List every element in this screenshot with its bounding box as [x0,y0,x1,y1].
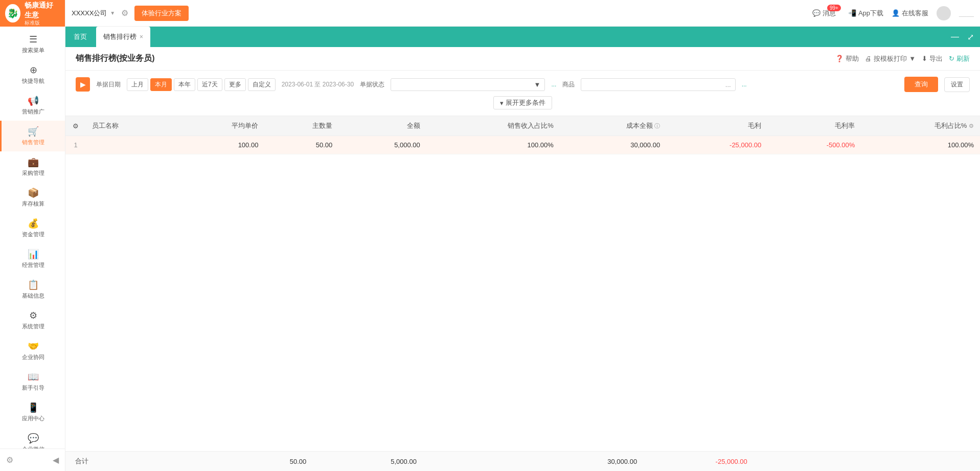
export-button[interactable]: ⬇ 导出 [922,54,943,63]
sidebar-item-basic[interactable]: 📋 基础信息 [0,274,65,305]
sidebar-item-system[interactable]: ⚙ 系统管理 [0,305,65,335]
th-cost: 成本全额 ⓘ [560,116,666,136]
message-icon: 💬 [812,9,821,17]
tab-maximize-icon[interactable]: ⤢ [965,30,976,44]
sidebar-item-marketing[interactable]: 📢 营销推广 [0,90,65,121]
refresh-button[interactable]: ↻ 刷新 [949,54,970,63]
user-name-area[interactable]: ____ [959,9,974,17]
purchase-icon: 💼 [28,156,39,168]
quick-nav-icon: ⊕ [30,64,37,76]
service-icon: 👤 [892,9,900,17]
table-container: ⚙ 员工名称 平均单价 主数量 全额 [65,116,980,451]
topbar: XXXXX公司 ▼ ⚙ 体验行业方案 💬 消息 99+ 📲 App下载 👤 在线… [65,0,980,27]
sidebar-item-search[interactable]: ☰ 搜索菜单 [0,29,65,59]
filter-expand-arrow[interactable]: ▶ [76,77,90,92]
cost-hint-icon[interactable]: ⓘ [654,123,660,129]
th-employee-name: 员工名称 [86,116,175,136]
sidebar-collapse-btn[interactable]: ◀ [51,453,61,467]
tabbar: 首页 销售排行榜 × — ⤢ [65,27,980,47]
td-rank: 1 [65,136,86,154]
online-service-label: 在线客服 [902,9,928,18]
td-qty: 50.00 [264,136,338,154]
sidebar-item-cooperation[interactable]: 🤝 企业协同 [0,335,65,366]
help-button[interactable]: ❓ 帮助 [835,54,859,63]
trial-industry-button[interactable]: 体验行业方案 [134,6,189,21]
message-badge: 99+ [827,5,841,11]
logo-sub: 标准版 [25,19,60,26]
sidebar-item-inventory[interactable]: 📦 库存核算 [0,182,65,213]
sidebar-item-purchase[interactable]: 💼 采购管理 [0,151,65,182]
user-name: ____ [959,9,974,17]
date-custom-btn[interactable]: 自定义 [248,78,276,91]
sales-icon: 🛒 [28,126,39,137]
td-sales-pct: 100.00% [426,136,560,154]
sidebar-item-appstore[interactable]: 📱 应用中心 [0,397,65,428]
topbar-settings-icon[interactable]: ⚙ [119,6,130,20]
sidebar-item-label: 快捷导航 [22,77,44,85]
date-current-month-btn[interactable]: 本月 [150,78,172,91]
goods-select-arrow: ... [725,81,731,88]
status-more-link[interactable]: ... [551,81,556,88]
company-selector[interactable]: XXXXX公司 ▼ [72,9,115,18]
sales-ranking-tab[interactable]: 销售排行榜 × [96,27,150,47]
user-avatar[interactable] [937,6,951,20]
tab-minimize-icon[interactable]: — [949,30,961,43]
td-name [86,136,175,154]
th-qty: 主数量 [264,116,338,136]
cooperation-icon: 🤝 [28,341,39,352]
table-body: 1 100.00 50.00 5,000.00 100.00% 30,000.0… [65,136,980,154]
query-button[interactable]: 查询 [904,77,938,92]
home-tab[interactable]: 首页 [65,27,95,47]
search-menu-icon: ☰ [29,34,37,45]
sidebar-settings-btn[interactable]: ⚙ [4,453,15,467]
sidebar-item-quick-nav[interactable]: ⊕ 快捷导航 [0,59,65,90]
gross-pct-icon[interactable]: ⚙ [969,123,974,129]
footer-empty-2 [423,458,533,465]
date-year-btn[interactable]: 本年 [174,78,195,91]
sidebar-item-finance[interactable]: 💰 资金管理 [0,213,65,243]
date-range-buttons: 上月 本月 本年 近7天 更多 自定义 [127,78,276,91]
goods-more-link[interactable]: ... [742,81,747,88]
sidebar-item-label: 基础信息 [22,292,44,300]
sidebar-item-label: 库存核算 [22,200,44,208]
td-amount: 5,000.00 [338,136,426,154]
online-service-action[interactable]: 👤 在线客服 [892,9,928,18]
logo-main: 畅康通好生意 [25,1,60,19]
settings-icon[interactable]: ⚙ [73,122,79,130]
sidebar-item-label: 新手引导 [22,384,44,392]
status-select[interactable]: ▼ [391,78,545,91]
company-name: XXXXX公司 [72,9,107,18]
operations-icon: 📊 [28,249,39,260]
help-icon: ❓ [835,55,844,62]
sidebar-item-sales[interactable]: 🛒 销售管理 [0,121,65,151]
sidebar-item-label: 企业协同 [22,353,44,361]
goods-filter-label: 商品 [562,80,575,89]
td-avg-price: 100.00 [175,136,265,154]
footer-qty: 50.00 [202,458,313,465]
td-gross-rate: -500.00% [767,136,861,154]
data-table: ⚙ 员工名称 平均单价 主数量 全额 [65,116,980,154]
footer-empty-1 [92,458,202,465]
sidebar-item-guide[interactable]: 📖 新手引导 [0,366,65,397]
print-button[interactable]: 🖨 按模板打印 ▼ [865,54,916,63]
expand-conditions-btn[interactable]: ▾ 展开更多条件 [493,96,552,109]
marketing-icon: 📢 [28,95,39,106]
td-gross: -25,000.00 [666,136,767,154]
goods-select[interactable]: ... [581,78,735,91]
sidebar-item-wechat[interactable]: 💬 企业微信 [0,428,65,448]
tab-label: 销售排行榜 [103,32,136,41]
message-action[interactable]: 💬 消息 99+ [812,9,836,18]
date-7days-btn[interactable]: 近7天 [197,78,222,91]
export-icon: ⬇ [922,55,927,62]
tab-close-icon[interactable]: × [140,33,143,40]
wechat-icon: 💬 [28,433,39,444]
sidebar-item-label: 系统管理 [22,323,44,330]
app-download-action[interactable]: 📲 App下载 [848,9,883,18]
date-more-btn[interactable]: 更多 [224,78,246,91]
th-sales-pct: 销售收入占比% [426,116,560,136]
date-prev-month-btn[interactable]: 上月 [127,78,148,91]
sidebar-item-operations[interactable]: 📊 经营管理 [0,243,65,274]
filter-settings-button[interactable]: 设置 [944,77,970,92]
finance-icon: 💰 [28,218,39,229]
sidebar: 🐉 畅康通好生意 标准版 ☰ 搜索菜单 ⊕ 快捷导航 📢 营销推广 🛒 销售管理… [0,0,65,471]
